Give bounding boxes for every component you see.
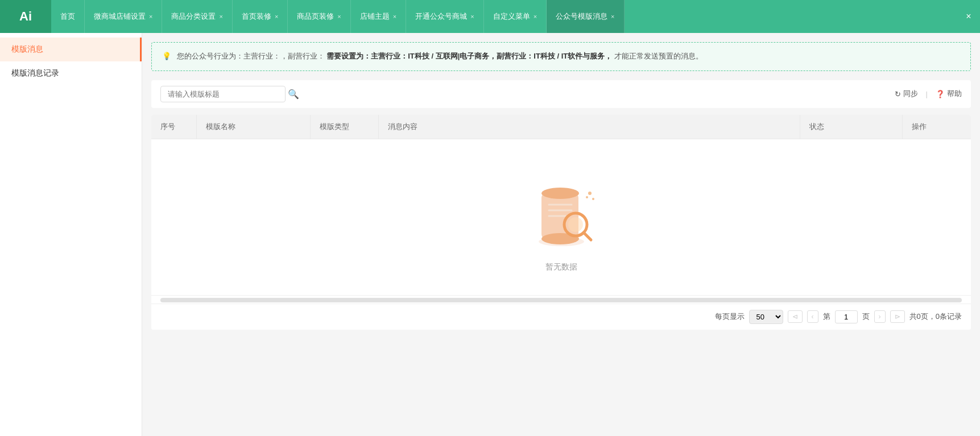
app-logo: Ai xyxy=(0,0,51,33)
tab-close-button[interactable]: × xyxy=(470,13,474,20)
last-page-button[interactable]: ⊳ xyxy=(890,310,905,323)
svg-point-11 xyxy=(592,198,594,200)
main-content: 💡 您的公众号行业为：主营行业：，副营行业： 需要设置为：主营行业：IT科技 /… xyxy=(142,33,980,436)
th-status: 状态 xyxy=(800,115,903,139)
th-type: 模版类型 xyxy=(311,115,379,139)
scrollbar-track[interactable] xyxy=(160,298,962,302)
divider: | xyxy=(926,90,928,98)
tab-close-button[interactable]: × xyxy=(393,13,396,20)
nav-tab[interactable]: 商品分类设置× xyxy=(162,0,232,33)
pagination-area: 每页显示 50 20 100 ⊲ ‹ 第 页 › ⊳ 共0页，0条记录 xyxy=(151,304,971,330)
th-index: 序号 xyxy=(151,115,197,139)
tab-close-button[interactable]: × xyxy=(275,13,278,20)
th-action: 操作 xyxy=(903,115,971,139)
help-button[interactable]: ❓ 帮助 xyxy=(936,89,962,99)
search-icon: 🔍 xyxy=(288,89,299,99)
nav-tab[interactable]: 店铺主题× xyxy=(351,0,406,33)
nav-tab[interactable]: 自定义菜单× xyxy=(484,0,547,33)
sidebar: 模版消息 模版消息记录 xyxy=(0,33,142,436)
svg-point-10 xyxy=(588,192,592,195)
prev-page-button[interactable]: ‹ xyxy=(807,310,818,323)
close-all-button[interactable]: × xyxy=(957,0,980,33)
sync-icon: ↻ xyxy=(895,90,901,98)
notice-text-after: 才能正常发送预置的消息。 xyxy=(614,52,703,60)
notice-box: 💡 您的公众号行业为：主营行业：，副营行业： 需要设置为：主营行业：IT科技 /… xyxy=(151,42,971,71)
sidebar-item-label: 模版消息记录 xyxy=(11,68,59,77)
page-label-post: 页 xyxy=(862,312,870,322)
total-label: 共0页，0条记录 xyxy=(909,312,962,322)
search-left: 🔍 xyxy=(160,86,299,102)
nav-tab[interactable]: 微商城店铺设置× xyxy=(85,0,162,33)
logo-text: Ai xyxy=(19,9,32,24)
sidebar-item-template-messages[interactable]: 模版消息 xyxy=(0,38,142,61)
nav-tab[interactable]: 开通公众号商城× xyxy=(406,0,483,33)
search-button[interactable]: 🔍 xyxy=(288,89,299,99)
sidebar-item-label: 模版消息 xyxy=(11,44,43,53)
th-name: 模版名称 xyxy=(197,115,311,139)
tab-close-button[interactable]: × xyxy=(534,13,537,20)
nav-tab[interactable]: 商品页装修× xyxy=(288,0,350,33)
tab-close-button[interactable]: × xyxy=(611,13,614,20)
empty-state: 暂无数据 xyxy=(151,139,971,295)
tab-close-button[interactable]: × xyxy=(149,13,152,20)
scrollbar-area[interactable] xyxy=(151,295,971,304)
main-layout: 模版消息 模版消息记录 💡 您的公众号行业为：主营行业：，副营行业： 需要设置为… xyxy=(0,33,980,436)
sync-button[interactable]: ↻ 同步 xyxy=(895,89,918,99)
svg-point-12 xyxy=(586,196,588,198)
data-table: 序号 模版名称 模版类型 消息内容 状态 操作 xyxy=(151,115,971,330)
nav-tab[interactable]: 首页装修× xyxy=(233,0,288,33)
sync-label: 同步 xyxy=(903,89,918,99)
tab-close-button[interactable]: × xyxy=(337,13,341,20)
notice-highlight: 需要设置为：主营行业：IT科技 / 互联网|电子商务，副营行业：IT科技 / I… xyxy=(326,52,612,60)
help-icon: ❓ xyxy=(936,90,945,98)
help-label: 帮助 xyxy=(947,89,962,99)
table-header: 序号 模版名称 模版类型 消息内容 状态 操作 xyxy=(151,115,971,139)
page-number-input[interactable] xyxy=(835,310,858,323)
first-page-button[interactable]: ⊲ xyxy=(788,310,803,323)
nav-tab[interactable]: 公众号模版消息× xyxy=(547,0,624,33)
per-page-label: 每页显示 xyxy=(715,312,745,322)
svg-point-8 xyxy=(568,217,583,232)
nav-tabs-container: 首页微商城店铺设置×商品分类设置×首页装修×商品页装修×店铺主题×开通公众号商城… xyxy=(51,0,957,33)
search-bar: 🔍 ↻ 同步 | ❓ 帮助 xyxy=(151,80,971,108)
notice-icon: 💡 xyxy=(162,52,171,60)
empty-illustration xyxy=(522,173,601,253)
svg-point-2 xyxy=(541,188,579,199)
top-navigation: Ai 首页微商城店铺设置×商品分类设置×首页装修×商品页装修×店铺主题×开通公众… xyxy=(0,0,980,33)
empty-text: 暂无数据 xyxy=(545,262,577,272)
sidebar-item-template-records[interactable]: 模版消息记录 xyxy=(0,61,142,85)
svg-line-9 xyxy=(584,232,591,240)
search-right: ↻ 同步 | ❓ 帮助 xyxy=(895,89,962,99)
per-page-select[interactable]: 50 20 100 xyxy=(749,310,783,324)
nav-tab[interactable]: 首页 xyxy=(51,0,85,33)
search-input[interactable] xyxy=(160,86,286,102)
notice-text-before: 您的公众号行业为：主营行业：，副营行业： xyxy=(177,52,325,60)
page-label-pre: 第 xyxy=(823,312,830,322)
tab-close-button[interactable]: × xyxy=(219,13,222,20)
th-content: 消息内容 xyxy=(379,115,800,139)
next-page-button[interactable]: › xyxy=(874,310,886,323)
